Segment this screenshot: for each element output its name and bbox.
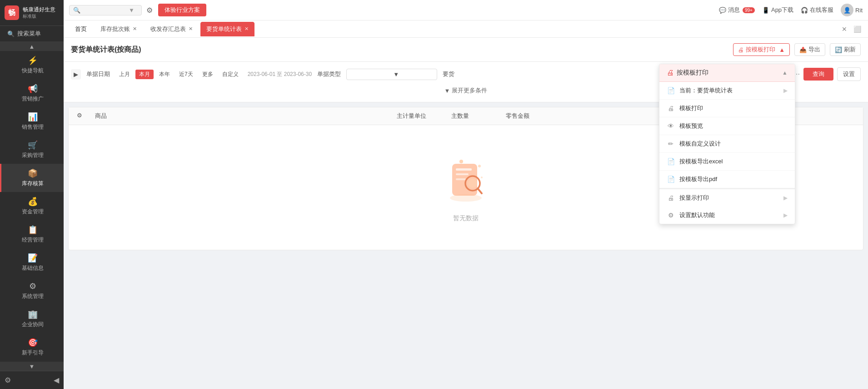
logo-icon: 畅 xyxy=(5,5,19,20)
dropdown-preview-item[interactable]: 👁 模板预览 xyxy=(659,117,795,135)
tab-order-stat[interactable]: 要货单统计表 ✕ xyxy=(200,22,254,36)
design-item-label: 模板自定义设计 xyxy=(679,140,788,148)
tab-summary[interactable]: 收发存汇总表 ✕ xyxy=(145,22,199,36)
dropdown-current-item[interactable]: 📄 当前：要货单统计表 ▶ xyxy=(659,82,795,100)
search-input[interactable] xyxy=(80,7,126,13)
page-header: 要货单统计表(按商品) 🖨 按模板打印 ▲ 📤 导出 🔄 刷新 xyxy=(64,38,868,62)
app-download-item[interactable]: 📱 App下载 xyxy=(762,6,793,14)
dropdown-design-item[interactable]: ✏ 模板自定义设计 xyxy=(659,135,795,153)
refresh-btn[interactable]: 🔄 刷新 xyxy=(830,43,861,56)
svg-point-8 xyxy=(459,160,463,163)
search-dropdown-icon[interactable]: ▼ xyxy=(129,7,135,14)
tab-order-stat-label: 要货单统计表 xyxy=(206,25,242,33)
current-doc-icon: 📄 xyxy=(667,87,675,94)
sidebar-item-label: 快捷导航 xyxy=(22,67,44,75)
expand-btn[interactable]: ▶ xyxy=(71,69,81,80)
tabs-bar: 首页 库存批次账 ✕ 收发存汇总表 ✕ 要货单统计表 ✕ ✕ ⬜ xyxy=(64,20,868,38)
refresh-label: 刷新 xyxy=(844,45,856,54)
dropdown-collapse-icon[interactable]: ▲ xyxy=(782,70,788,76)
svg-rect-3 xyxy=(456,173,469,175)
tab-home[interactable]: 首页 xyxy=(69,22,93,36)
col-settings[interactable]: ⚙ xyxy=(73,107,91,125)
user-name: Rit xyxy=(855,7,863,14)
date-tab-this-month[interactable]: 本月 xyxy=(135,70,154,79)
export-btn[interactable]: 📤 导出 xyxy=(794,43,825,56)
user-item[interactable]: 👤 Rit xyxy=(841,4,863,16)
sales-icon: 📊 xyxy=(28,112,38,122)
dropdown-excel-item[interactable]: 📄 按模板导出excel xyxy=(659,153,795,171)
app-logo: 畅 畅康通好生意 标准版 xyxy=(0,0,64,26)
window-maximize-btn[interactable]: ⬜ xyxy=(852,24,863,35)
sidebar-item-marketing[interactable]: 📢 营销推广 xyxy=(0,79,64,107)
online-service-label: 在线客服 xyxy=(810,6,833,14)
dropdown-title: 🖨 按模板打印 xyxy=(667,69,708,77)
expand-arrow-icon: ▶ xyxy=(74,71,78,78)
enterprise-icon: 🏢 xyxy=(28,309,38,319)
sidebar-item-system[interactable]: ⚙ 系统管理 xyxy=(0,277,64,305)
gear-icon[interactable]: ⚙ xyxy=(146,6,153,15)
settings-icon[interactable]: ⚙ xyxy=(5,376,11,384)
sidebar-item-purchase[interactable]: 🛒 采购管理 xyxy=(0,136,64,164)
dropdown-display-print-item[interactable]: 🖨 按显示打印 ▶ xyxy=(659,189,795,207)
type-filter-select[interactable]: ▼ xyxy=(346,69,437,80)
sidebar-scroll-up[interactable]: ▲ xyxy=(0,42,64,51)
system-icon: ⚙ xyxy=(29,281,36,291)
tab-batch-close[interactable]: ✕ xyxy=(133,26,137,32)
date-tab-custom[interactable]: 自定义 xyxy=(219,70,242,79)
expand-more-label: 展开更多条件 xyxy=(452,86,487,95)
settings-btn[interactable]: 设置 xyxy=(837,67,861,81)
message-icon: 💬 xyxy=(719,7,726,14)
sidebar-item-finance[interactable]: 💰 资金管理 xyxy=(0,192,64,220)
dropdown-default-settings-item[interactable]: ⚙ 设置默认功能 ▶ xyxy=(659,207,795,224)
date-tab-more[interactable]: 更多 xyxy=(199,70,217,79)
default-settings-arrow-icon: ▶ xyxy=(783,212,788,218)
sidebar-search[interactable]: 🔍 搜索菜单 xyxy=(0,26,64,42)
trial-button[interactable]: 体验行业方案 xyxy=(158,4,206,16)
topbar: 🔍 ▼ ⚙ 体验行业方案 💬 消息 99+ 📱 App下载 🎧 在线客服 👤 R… xyxy=(64,0,868,20)
tab-batch[interactable]: 库存批次账 ✕ xyxy=(95,22,143,36)
sidebar-item-basic[interactable]: 📝 基础信息 xyxy=(0,248,64,277)
sidebar-scroll-down[interactable]: ▼ xyxy=(0,362,64,371)
print-template-btn[interactable]: 🖨 按模板打印 ▲ xyxy=(733,43,790,56)
tab-order-stat-close[interactable]: ✕ xyxy=(244,26,249,32)
window-close-btn[interactable]: ✕ xyxy=(839,24,850,35)
sidebar-item-sales[interactable]: 📊 销售管理 xyxy=(0,107,64,136)
date-tab-this-year[interactable]: 本年 xyxy=(155,70,174,79)
expand-more-btn[interactable]: ▼ 展开更多条件 xyxy=(441,85,491,96)
sidebar-item-guide[interactable]: 🎯 新手引导 xyxy=(0,333,64,361)
message-item[interactable]: 💬 消息 99+ xyxy=(719,6,755,14)
tab-summary-label: 收发存汇总表 xyxy=(150,25,186,33)
sidebar-item-operation[interactable]: 📋 经营管理 xyxy=(0,220,64,248)
preview-item-label: 模板预览 xyxy=(679,122,788,130)
pdf-icon: 📄 xyxy=(667,176,675,183)
dropdown-pdf-item[interactable]: 📄 按模板导出pdf xyxy=(659,171,795,189)
refresh-icon: 🔄 xyxy=(835,46,842,53)
date-tab-7days[interactable]: 近7天 xyxy=(175,70,197,79)
sidebar-item-inventory[interactable]: 📦 库存核算 xyxy=(0,164,64,192)
date-tabs: 上月 本月 本年 近7天 更多 自定义 2023-06-01 至 2023-06… xyxy=(115,70,312,79)
sidebar-item-label: 系统管理 xyxy=(22,293,44,300)
sidebar-item-label: 新手引导 xyxy=(22,349,44,357)
export-icon: 📤 xyxy=(799,46,807,53)
date-tab-last-month[interactable]: 上月 xyxy=(115,70,134,79)
default-settings-icon: ⚙ xyxy=(667,212,675,219)
search-icon: 🔍 xyxy=(7,30,15,37)
current-label: 当前：要货单统计表 xyxy=(679,86,779,95)
search-box[interactable]: 🔍 ▼ xyxy=(69,5,142,15)
query-btn[interactable]: 查询 xyxy=(803,68,833,81)
pdf-item-label: 按模板导出pdf xyxy=(679,175,788,183)
dropdown-print-item[interactable]: 🖨 模板打印 xyxy=(659,100,795,117)
print-chevron-up-icon: ▲ xyxy=(779,46,785,53)
sidebar-item-enterprise[interactable]: 🏢 企业协同 xyxy=(0,305,64,333)
collapse-icon[interactable]: ◀ xyxy=(54,376,59,384)
dropdown-header: 🖨 按模板打印 ▲ xyxy=(659,64,795,82)
online-service-item[interactable]: 🎧 在线客服 xyxy=(801,6,833,14)
svg-point-6 xyxy=(468,179,477,188)
tab-summary-close[interactable]: ✕ xyxy=(189,26,193,32)
sidebar-item-label: 企业协同 xyxy=(22,321,44,328)
search-magnify-icon: 🔍 xyxy=(73,7,80,14)
sidebar-item-label: 基础信息 xyxy=(22,264,44,272)
print-icon: 🖨 xyxy=(738,46,744,53)
finance-icon: 💰 xyxy=(28,197,38,207)
sidebar-item-quick-nav[interactable]: ⚡ 快捷导航 xyxy=(0,51,64,79)
